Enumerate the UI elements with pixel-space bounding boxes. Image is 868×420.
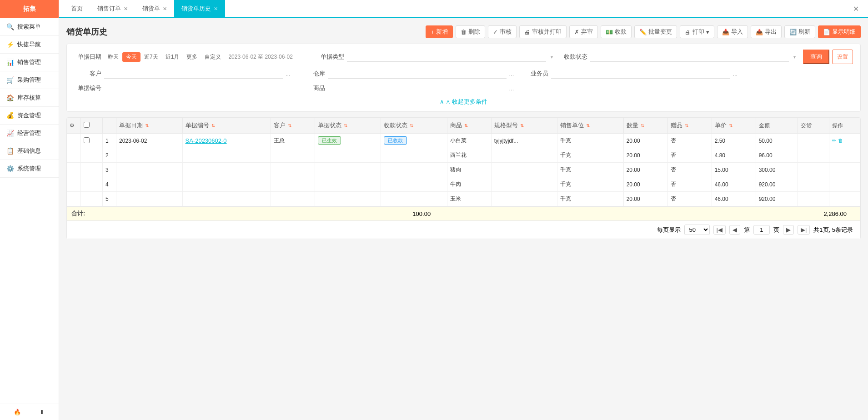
collect-status-input[interactable] [590, 52, 789, 62]
audit-icon: ✓ [493, 29, 498, 35]
product-input[interactable] [328, 83, 507, 93]
th-gear[interactable]: ⚙ [67, 118, 80, 134]
row-actions-cell [829, 192, 860, 206]
page-first-button[interactable]: |◀ [713, 225, 726, 235]
sidebar-item-purchase-mgmt[interactable]: 🛒 采购管理 [0, 71, 59, 89]
page-next-button[interactable]: ▶ [783, 225, 794, 235]
sidebar-item-sales-mgmt[interactable]: 📊 销售管理 [0, 54, 59, 71]
settings-button[interactable]: 设置 [832, 50, 853, 64]
audit-button[interactable]: ✓ 审核 [488, 25, 517, 38]
collect-status-badge: 已收款 [384, 136, 407, 145]
export-button[interactable]: 📤 导出 [751, 25, 782, 38]
tab-sales-order-close[interactable]: ✕ [124, 6, 128, 12]
pause-icon[interactable]: ⏸ [39, 409, 45, 415]
product-picker-icon[interactable]: ... [509, 85, 514, 92]
row-seq: 1 [103, 134, 116, 148]
page-last-button[interactable]: ▶| [798, 225, 810, 235]
filter-customer: 客户 ... [74, 69, 291, 79]
sidebar-item-finance-mgmt[interactable]: 💰 资金管理 [0, 107, 59, 125]
row-unit: 千克 [557, 163, 624, 177]
close-all-tabs-button[interactable]: ✕ [853, 5, 859, 13]
refresh-button[interactable]: 🔄 刷新 [784, 25, 815, 38]
date-btn-yesterday[interactable]: 昨天 [104, 52, 122, 62]
sidebar-item-system-mgmt[interactable]: ⚙️ 系统管理 [0, 160, 59, 178]
gift-sort-icon: ⇅ [685, 123, 688, 128]
sidebar-item-label: 经营管理 [17, 129, 41, 137]
warehouse-input[interactable] [328, 69, 507, 79]
th-qty[interactable]: 数量⇅ [623, 118, 667, 134]
th-collect-status[interactable]: 收款状态⇅ [381, 118, 447, 134]
th-gift[interactable]: 赠品⇅ [667, 118, 712, 134]
tab-sales-delivery[interactable]: 销货单 ✕ [135, 0, 174, 18]
tab-home[interactable]: 首页 [64, 0, 90, 18]
page-number-input[interactable] [753, 225, 770, 235]
select-all-checkbox[interactable] [84, 122, 90, 128]
fire-icon[interactable]: 🔥 [14, 409, 21, 415]
th-spec[interactable]: 规格型号⇅ [491, 118, 557, 134]
date-btn-7days[interactable]: 近7天 [140, 52, 162, 62]
delete-button[interactable]: 🗑 删除 [456, 25, 485, 38]
th-doc-status[interactable]: 单据状态⇅ [315, 118, 381, 134]
page-size-select[interactable]: 50 100 200 [684, 225, 710, 235]
customer-picker-icon[interactable]: ... [286, 70, 291, 77]
collect-status-dropdown-icon[interactable]: ▾ [793, 55, 796, 60]
new-button[interactable]: + 新增 [426, 25, 453, 38]
tab-sales-order[interactable]: 销售订单 ✕ [90, 0, 135, 18]
tab-sales-history-close[interactable]: ✕ [214, 6, 218, 12]
th-unit-price[interactable]: 单价⇅ [712, 118, 756, 134]
toolbar: + 新增 🗑 删除 ✓ 审核 🖨 审核并打印 ✗ 弃审 [426, 25, 861, 38]
th-doc-no[interactable]: 单据编号⇅ [182, 118, 271, 134]
basic-info-icon: 📋 [6, 147, 14, 155]
row-spec: tyjyjtyjdf... [491, 134, 557, 148]
doc-no-input[interactable] [104, 83, 291, 93]
doc-no-link[interactable]: SA-20230602-0 [186, 137, 227, 144]
doc-type-dropdown-icon[interactable]: ▾ [551, 55, 553, 60]
sidebar-item-operations-mgmt[interactable]: 📈 经营管理 [0, 125, 59, 142]
filter-row-1: 单据日期 昨天 今天 近7天 近1月 更多 自定义 2023-06-02 至 2… [74, 50, 853, 64]
doc-type-input[interactable] [347, 52, 546, 62]
salesperson-input[interactable] [551, 69, 730, 79]
collect-status-sort-icon: ⇅ [410, 123, 413, 128]
tab-sales-delivery-close[interactable]: ✕ [163, 6, 167, 12]
page-header: 销货单历史 + 新增 🗑 删除 ✓ 审核 🖨 审核并打印 [66, 25, 861, 38]
edit-row-button[interactable]: ✏ [832, 138, 836, 144]
date-btn-custom[interactable]: 自定义 [201, 52, 225, 62]
batch-change-icon: ✏️ [639, 29, 647, 35]
th-product[interactable]: 商品⇅ [447, 118, 491, 134]
sidebar-item-search-menu[interactable]: 🔍 搜索菜单 [0, 18, 59, 36]
batch-change-button[interactable]: ✏️ 批量变更 [634, 25, 677, 38]
customer-input[interactable] [104, 69, 283, 79]
date-btn-1month[interactable]: 近1月 [162, 52, 183, 62]
import-button[interactable]: 📥 导入 [717, 25, 748, 38]
sidebar-item-label: 快捷导航 [17, 40, 41, 49]
sidebar-item-basic-info[interactable]: 📋 基础信息 [0, 142, 59, 160]
quick-nav-icon: ⚡ [6, 41, 14, 48]
th-unit[interactable]: 销售单位⇅ [557, 118, 624, 134]
warehouse-picker-icon[interactable]: ... [509, 70, 514, 77]
row-spec [491, 148, 557, 163]
row-checkbox[interactable] [80, 134, 103, 148]
tab-sales-history[interactable]: 销货单历史 ✕ [174, 0, 225, 18]
date-btn-more[interactable]: 更多 [183, 52, 201, 62]
date-btn-today[interactable]: 今天 [122, 52, 140, 62]
finance-mgmt-icon: 💰 [6, 112, 14, 119]
print-button[interactable]: 🖨 打印 ▾ [680, 25, 714, 38]
collapse-filter-button[interactable]: ∧ ∧ 收起更多条件 [74, 98, 853, 106]
sidebar-item-quick-nav[interactable]: ⚡ 快捷导航 [0, 36, 59, 54]
delete-row-button[interactable]: 🗑 [838, 138, 843, 144]
show-detail-button[interactable]: 📄 显示明细 [818, 25, 861, 38]
salesperson-picker-icon[interactable]: ... [733, 70, 738, 77]
row-unit-price: 46.00 [712, 177, 756, 192]
query-button[interactable]: 查询 [803, 50, 829, 64]
audit-print-button[interactable]: 🖨 审核并打印 [519, 25, 567, 38]
sidebar-item-label: 系统管理 [17, 165, 41, 173]
refresh-icon: 🔄 [789, 29, 797, 35]
abandon-button[interactable]: ✗ 弃审 [569, 25, 598, 38]
sidebar-item-label: 销售管理 [17, 58, 41, 66]
collect-button[interactable]: 💵 收款 [601, 25, 632, 38]
th-customer[interactable]: 客户⇅ [271, 118, 315, 134]
sidebar-item-inventory[interactable]: 🏠 库存核算 [0, 89, 59, 107]
page-prev-button[interactable]: ◀ [729, 225, 740, 235]
th-doc-date[interactable]: 单据日期⇅ [116, 118, 183, 134]
row-actions-cell [829, 163, 860, 177]
